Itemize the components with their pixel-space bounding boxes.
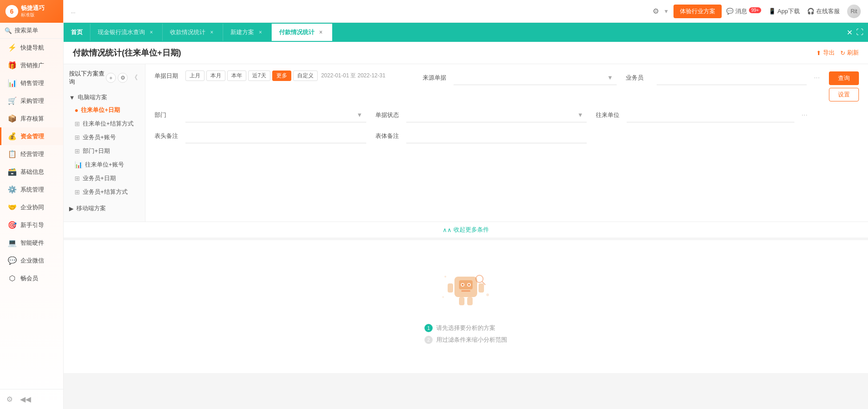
tab-receivable[interactable]: 收款情况统计 × bbox=[163, 24, 223, 41]
date-custom-btn[interactable]: 自定义 bbox=[293, 71, 318, 81]
scheme-unit-settle[interactable]: ⊞ 往来单位+结算方式 bbox=[69, 117, 140, 131]
scheme-unit-date[interactable]: ● 往来单位+日期 bbox=[69, 103, 140, 117]
edit-scheme-btn[interactable]: ⚙ bbox=[118, 73, 128, 83]
page-title: 付款情况统计(往来单位+日期) bbox=[73, 47, 181, 58]
sidebar-item-sales[interactable]: 📊 销售管理 bbox=[0, 74, 63, 92]
sidebar-item-purchase[interactable]: 🛒 采购管理 bbox=[0, 92, 63, 110]
unit-label: 往来单位 bbox=[596, 111, 623, 119]
scheme-staff-settle[interactable]: ⊞ 业务员+结算方式 bbox=[69, 185, 140, 199]
app-logo: 6 bbox=[5, 5, 18, 18]
scheme-unit-account[interactable]: 📊 往来单位+账号 bbox=[69, 158, 140, 172]
body-note-input[interactable] bbox=[406, 129, 587, 143]
sidebar-item-hardware[interactable]: 💻 智能硬件 bbox=[0, 234, 63, 252]
refresh-icon: ↻ bbox=[840, 50, 845, 56]
unit-input[interactable] bbox=[627, 108, 794, 122]
sidebar-item-inventory[interactable]: 📦 库存核算 bbox=[0, 110, 63, 127]
tab-fullscreen-btn[interactable]: ⛶ bbox=[856, 28, 863, 36]
export-btn[interactable]: ⬆ 导出 bbox=[816, 49, 835, 57]
source-select[interactable]: ▼ bbox=[454, 71, 617, 85]
svg-rect-8 bbox=[479, 283, 484, 293]
date-label: 单据日期 bbox=[155, 72, 182, 80]
sidebar-collapse-btn[interactable]: ◀◀ bbox=[18, 393, 33, 405]
mobile-scheme-label: 移动端方案 bbox=[76, 204, 106, 212]
sidebar-settings-btn[interactable]: ⚙ bbox=[5, 393, 15, 405]
tab-receivable-close[interactable]: × bbox=[208, 29, 215, 36]
search-menu-label: 搜索菜单 bbox=[15, 26, 38, 35]
sidebar-item-quick-nav[interactable]: ⚡ 快捷导航 bbox=[0, 39, 63, 56]
main-area: ... ⚙ ▼ 体验行业方案 💬 消息 99+ 📱 App下载 🎧 在线客服 R… bbox=[64, 0, 868, 409]
app-download-btn[interactable]: 📱 App下载 bbox=[768, 7, 800, 15]
tab-new-scheme-close[interactable]: × bbox=[257, 29, 264, 36]
filter-row-2: 部门 ▼ 单据状态 ▼ bbox=[155, 108, 859, 122]
add-scheme-btn[interactable]: ＋ bbox=[106, 73, 116, 83]
sidebar-footer: ⚙ ◀◀ bbox=[0, 389, 63, 409]
online-service-btn[interactable]: 🎧 在线客服 bbox=[807, 7, 840, 15]
date-more-btn[interactable]: 更多 bbox=[272, 71, 291, 81]
date-this-month-btn[interactable]: 本月 bbox=[206, 71, 225, 81]
filter-actions: 查询 设置 bbox=[829, 71, 859, 101]
messages-btn[interactable]: 💬 消息 99+ bbox=[726, 7, 761, 15]
filter-settings-btn[interactable]: 设置 bbox=[829, 88, 859, 101]
messages-label: 消息 bbox=[735, 7, 747, 15]
sidebar-item-guide[interactable]: 🎯 新手引导 bbox=[0, 216, 63, 234]
scheme-staff-account-label: 业务员+账号 bbox=[83, 133, 116, 141]
tab-home[interactable]: 首页 bbox=[64, 24, 90, 41]
tab-bank-flow-close[interactable]: × bbox=[148, 29, 155, 36]
bank-flow-tab-label: 现金银行流水查询 bbox=[98, 28, 145, 36]
refresh-btn[interactable]: ↻ 刷新 bbox=[840, 49, 859, 57]
doc-status-select[interactable]: ▼ bbox=[406, 108, 587, 122]
tab-bank-flow[interactable]: 现金银行流水查询 × bbox=[90, 24, 163, 41]
unit-dots-btn[interactable]: ··· bbox=[802, 111, 808, 119]
user-avatar[interactable]: Rit bbox=[847, 5, 861, 18]
svg-rect-7 bbox=[448, 283, 453, 293]
page-content: 付款情况统计(往来单位+日期) ⬆ 导出 ↻ 刷新 按以下方案查询 bbox=[64, 42, 868, 409]
scheme-staff-settle-icon: ⊞ bbox=[75, 188, 80, 196]
scheme-staff-account[interactable]: ⊞ 业务员+账号 bbox=[69, 131, 140, 144]
industry-btn[interactable]: 体验行业方案 bbox=[673, 5, 722, 18]
scheme-dept-date[interactable]: ⊞ 部门+日期 bbox=[69, 144, 140, 158]
search-menu[interactable]: 🔍 搜索菜单 bbox=[0, 23, 63, 39]
collapse-more-btn[interactable]: ∧∧ 收起更多条件 bbox=[64, 222, 868, 237]
sidebar-item-inventory-label: 库存核算 bbox=[20, 115, 44, 123]
sidebar-item-operations[interactable]: 📋 经营管理 bbox=[0, 145, 63, 163]
marketing-icon: 🎁 bbox=[8, 61, 17, 70]
filter-sidebar-actions: ＋ ⚙ 《 bbox=[106, 73, 140, 83]
tab-close-all-btn[interactable]: ✕ bbox=[847, 28, 853, 37]
topbar-divider: ▼ bbox=[663, 8, 669, 15]
scheme-staff-date[interactable]: ⊞ 业务员+日期 bbox=[69, 172, 140, 185]
category-collapse-icon: ▼ bbox=[69, 94, 75, 101]
body-note-label: 表体备注 bbox=[375, 132, 403, 140]
source-label: 来源单据 bbox=[423, 74, 450, 82]
sidebar-item-basic-info[interactable]: 🗃️ 基础信息 bbox=[0, 163, 63, 181]
sidebar-item-wechat-label: 企业微信 bbox=[20, 257, 44, 265]
sidebar-header: 6 畅捷通巧 标准版 bbox=[0, 0, 63, 23]
tab-new-scheme[interactable]: 新建方案 × bbox=[223, 24, 272, 41]
sidebar-item-member[interactable]: ⬡ 畅会员 bbox=[0, 269, 63, 287]
date-7days-btn[interactable]: 近7天 bbox=[248, 71, 270, 81]
refresh-label: 刷新 bbox=[847, 49, 859, 57]
date-this-year-btn[interactable]: 本年 bbox=[227, 71, 246, 81]
sidebar-item-marketing-label: 营销推广 bbox=[20, 61, 44, 70]
breadcrumb: ... bbox=[71, 8, 648, 15]
sidebar-item-enterprise[interactable]: 🤝 企业协同 bbox=[0, 198, 63, 216]
svg-rect-6 bbox=[461, 290, 470, 292]
system-icon: ⚙️ bbox=[8, 185, 17, 194]
sidebar-item-marketing[interactable]: 🎁 营销推广 bbox=[0, 56, 63, 74]
tab-payment-stat-close[interactable]: × bbox=[317, 29, 324, 36]
tab-payment-stat[interactable]: 付款情况统计 × bbox=[272, 24, 332, 41]
collapse-sidebar-btn[interactable]: 《 bbox=[130, 73, 140, 83]
staff-input[interactable] bbox=[657, 71, 807, 85]
sidebar-item-finance[interactable]: 💰 资金管理 bbox=[0, 127, 63, 145]
topbar-settings-icon[interactable]: ⚙ bbox=[653, 7, 659, 15]
query-btn[interactable]: 查询 bbox=[829, 71, 859, 85]
sidebar: 6 畅捷通巧 标准版 🔍 搜索菜单 ⚡ 快捷导航 🎁 营销推广 📊 销售管理 🛒… bbox=[0, 0, 64, 409]
desktop-scheme-header[interactable]: ▼ 电脑端方案 bbox=[69, 91, 140, 103]
staff-dots-btn[interactable]: ··· bbox=[814, 74, 820, 82]
finance-icon: 💰 bbox=[8, 132, 17, 141]
dept-select[interactable]: ▼ bbox=[185, 108, 366, 122]
sidebar-item-system[interactable]: ⚙️ 系统管理 bbox=[0, 181, 63, 198]
mobile-scheme-header[interactable]: ▶ 移动端方案 bbox=[69, 202, 140, 214]
date-last-month-btn[interactable]: 上月 bbox=[185, 71, 205, 81]
sidebar-item-wechat[interactable]: 💬 企业微信 bbox=[0, 252, 63, 269]
header-note-input[interactable] bbox=[185, 129, 366, 143]
